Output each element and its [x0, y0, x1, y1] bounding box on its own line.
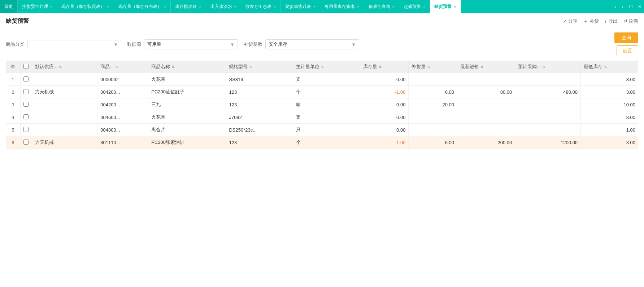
th-replenish[interactable]: 补货量 ⇅ [409, 61, 457, 73]
cell-min-stock-3: 8.00 [581, 111, 638, 124]
row-checkbox-2[interactable] [23, 102, 29, 107]
cell-spec-3: J7092 [226, 111, 293, 124]
sort-min-icon: ⇅ [604, 65, 607, 69]
tab-inventory-status[interactable]: 现存量（库存状况表） × [57, 0, 114, 13]
close-tab-collect-account[interactable]: × [274, 4, 276, 9]
page-title: 缺货预警 [6, 17, 29, 25]
filter-area: 商品分类 ▼ 数据源 可用量 ▼ 补货基数 安全库存 ▼ 查询 设置 [0, 28, 644, 61]
replenish-icon: ＋ [583, 18, 588, 25]
th-spec[interactable]: 规格型号 ⇅ [226, 61, 293, 73]
filter-replenish-base-label: 补货基数 [244, 41, 262, 48]
settings-button[interactable]: 设置 [617, 45, 638, 56]
th-product-name[interactable]: 商品名称 ⇅ [148, 61, 226, 73]
close-tab-inout-flow[interactable]: × [234, 4, 236, 9]
cell-min-stock-1: 3.00 [581, 86, 638, 98]
tab-shortage[interactable]: 缺货预警 × [430, 0, 461, 13]
cell-est-1: 480.00 [515, 86, 581, 98]
sort-est-icon: ⇅ [542, 65, 545, 69]
tab-home[interactable]: 首页 [0, 0, 18, 13]
th-default-supplier[interactable]: 默认供应... ⇅ [32, 61, 97, 73]
table-row: 5 004800... 离合片 DS250*23c... 只 0.00 1.00 [6, 124, 638, 136]
close-tab-available-ledger[interactable]: × [357, 4, 359, 9]
cell-est-0 [515, 73, 581, 86]
cell-replenish-0 [409, 73, 457, 86]
cell-stock-0: 0.00 [360, 73, 409, 86]
th-latest-price[interactable]: 最新进价 ⇅ [457, 61, 515, 73]
cell-min-stock-5: 3.00 [581, 136, 638, 149]
th-est-purchase[interactable]: 预计采购... ⇅ [515, 61, 581, 73]
tab-inout-flow[interactable]: 出入库流水 × [206, 0, 241, 13]
select-all-checkbox[interactable] [23, 64, 29, 69]
cell-price-4 [457, 124, 515, 136]
cell-unit-3: 支 [293, 111, 360, 124]
share-icon: ↗ [563, 18, 567, 24]
filter-replenish-base-select[interactable]: 安全库存 ▼ [265, 39, 359, 49]
tab-demand-stat[interactable]: 要货单统计表 × [281, 0, 320, 13]
sort-name-icon: ⇅ [171, 65, 174, 69]
share-button[interactable]: ↗ 分享 [563, 18, 578, 25]
replenish-button[interactable]: ＋ 补货 [583, 18, 599, 25]
cell-spec-4: DS250*23c... [226, 124, 293, 136]
export-button[interactable]: ↓ 导出 [605, 18, 618, 25]
sort-code-icon: ⇅ [115, 65, 118, 69]
close-tab-inventory-dist[interactable]: × [164, 4, 166, 9]
refresh-button[interactable]: ↺ 刷新 [623, 18, 638, 25]
filter-datasource-label: 数据源 [127, 41, 141, 48]
tab-close-all-button[interactable]: × [635, 4, 644, 9]
query-button[interactable]: 查询 [614, 32, 638, 43]
cell-rownum-0: 1 [6, 73, 20, 86]
cell-code-3: 004600... [97, 111, 148, 124]
close-tab-shortage[interactable]: × [454, 4, 456, 9]
close-tab-demand-stat[interactable]: × [313, 4, 316, 9]
tab-available-ledger[interactable]: 可用量库存账本 × [320, 0, 364, 13]
th-stock[interactable]: 库存量 ⇅ [360, 61, 409, 73]
tab-restore-button[interactable]: □ [626, 4, 635, 9]
tab-next-button[interactable]: › [619, 4, 627, 9]
cell-price-3 [457, 111, 515, 124]
row-checkbox-5[interactable] [23, 140, 29, 145]
tab-prev-button[interactable]: ‹ [612, 4, 619, 9]
th-product-code[interactable]: 商品... ⇅ [97, 61, 148, 73]
cell-supplier-0 [32, 73, 97, 86]
cell-checkbox-3[interactable] [20, 111, 32, 124]
cell-name-0: 火花塞 [148, 73, 226, 86]
row-checkbox-1[interactable] [23, 89, 29, 94]
tab-expiry-query[interactable]: 保质期查询 × [364, 0, 399, 13]
header-actions: ↗ 分享 ＋ 补货 ↓ 导出 ↺ 刷新 [563, 18, 639, 25]
filter-category-label: 商品分类 [6, 41, 25, 48]
close-tab-batch-account[interactable]: × [199, 4, 201, 9]
filter-category-select[interactable]: ▼ [27, 40, 121, 49]
close-tab-abnormal[interactable]: × [50, 4, 52, 9]
cell-checkbox-5[interactable] [20, 136, 32, 149]
row-checkbox-4[interactable] [23, 127, 29, 132]
close-tab-inventory-status[interactable]: × [107, 4, 109, 9]
filter-datasource-group: 数据源 可用量 ▼ [127, 39, 238, 49]
tab-abnormal[interactable]: 拣货异常处理 × [18, 0, 57, 13]
cell-supplier-3 [32, 111, 97, 124]
gear-icon[interactable]: ⚙ [10, 63, 15, 70]
tab-batch-account[interactable]: 库存批次账 × [171, 0, 206, 13]
cell-name-1: PC200油缸缸子 [148, 86, 226, 98]
th-min-stock[interactable]: 最低库存 ⇅ [581, 61, 638, 73]
cell-replenish-4 [409, 124, 457, 136]
sort-price-icon: ⇅ [480, 65, 483, 69]
cell-checkbox-4[interactable] [20, 124, 32, 136]
tab-overstock[interactable]: 超储预警 × [399, 0, 430, 13]
filter-datasource-select[interactable]: 可用量 ▼ [144, 39, 238, 49]
close-tab-expiry-query[interactable]: × [392, 4, 395, 9]
cell-min-stock-0: 8.00 [581, 73, 638, 86]
cell-spec-1: 123 [226, 86, 293, 98]
cell-checkbox-1[interactable] [20, 86, 32, 98]
close-tab-overstock[interactable]: × [423, 4, 425, 9]
cell-checkbox-2[interactable] [20, 98, 32, 111]
row-checkbox-0[interactable] [23, 76, 29, 81]
th-unit[interactable]: 主计量单位 ⇅ [293, 61, 360, 73]
row-checkbox-3[interactable] [23, 114, 29, 119]
tab-collect-account[interactable]: 收发存汇总表 × [241, 0, 280, 13]
cell-stock-1: -1.00 [360, 86, 409, 98]
cell-rownum-2: 3 [6, 98, 20, 111]
cell-checkbox-0[interactable] [20, 73, 32, 86]
data-table: ⚙ 默认供应... ⇅ 商品... ⇅ [6, 61, 638, 149]
tab-inventory-dist[interactable]: 现存量（库存分布表） × [114, 0, 171, 13]
cell-code-4: 004800... [97, 124, 148, 136]
